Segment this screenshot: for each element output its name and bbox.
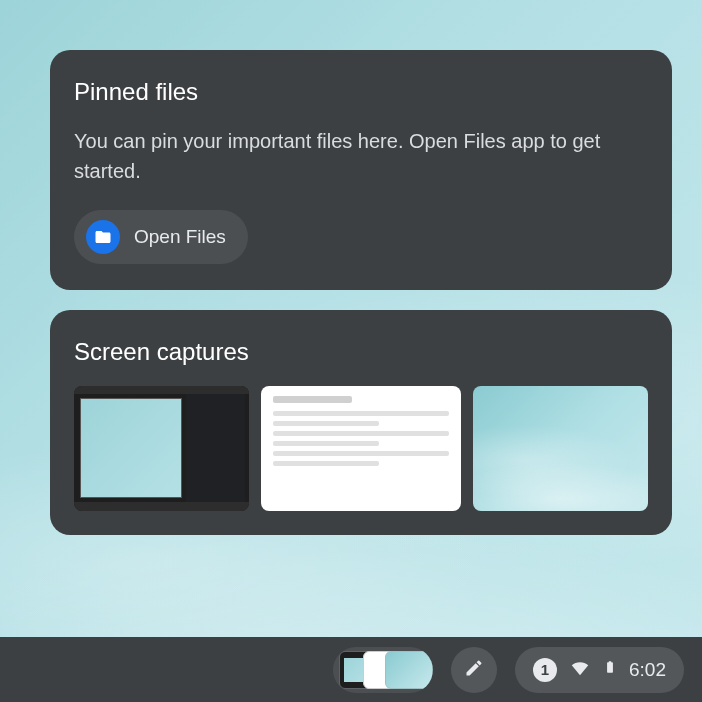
open-files-label: Open Files [134, 226, 226, 248]
capture-thumbnail[interactable] [261, 386, 460, 511]
stylus-button[interactable] [451, 647, 497, 693]
capture-thumbnail[interactable] [74, 386, 249, 511]
shelf: 1 6:02 [0, 637, 702, 702]
open-files-button[interactable]: Open Files [74, 210, 248, 264]
tote-shelf-button[interactable] [333, 647, 433, 693]
wifi-icon [569, 656, 591, 683]
captures-row [74, 386, 648, 511]
screen-captures-title: Screen captures [74, 338, 648, 366]
pinned-files-card: Pinned files You can pin your important … [50, 50, 672, 290]
pinned-files-body: You can pin your important files here. O… [74, 126, 648, 186]
pinned-files-title: Pinned files [74, 78, 648, 106]
screen-captures-card: Screen captures [50, 310, 672, 535]
clock: 6:02 [629, 659, 666, 681]
pen-icon [464, 658, 484, 682]
tote-panel: Pinned files You can pin your important … [50, 50, 672, 555]
folder-icon [86, 220, 120, 254]
capture-thumbnail[interactable] [473, 386, 648, 511]
notification-badge: 1 [533, 658, 557, 682]
status-area[interactable]: 1 6:02 [515, 647, 684, 693]
battery-icon [603, 656, 617, 683]
